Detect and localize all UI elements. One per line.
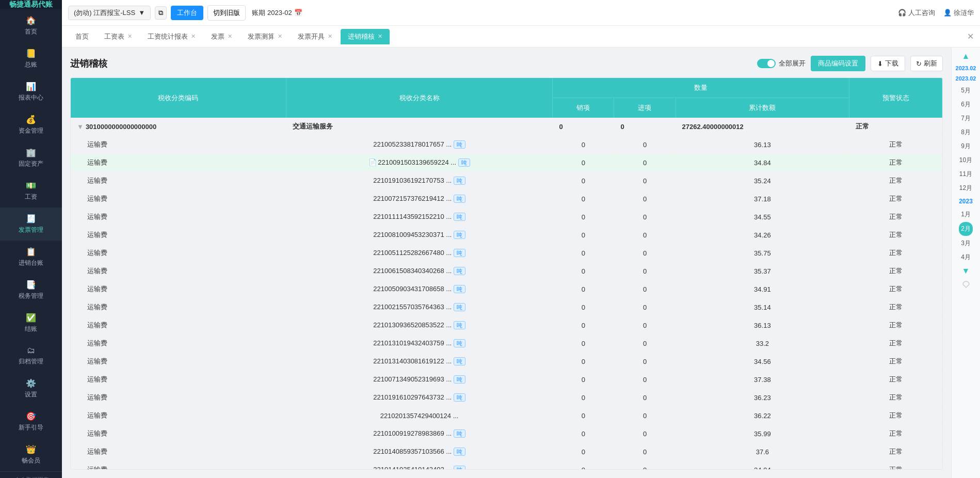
table-row[interactable]: 运输费 2210140859357103566 ... 吨 0 0 37.6 正… xyxy=(71,443,942,461)
month-april[interactable]: 4月 xyxy=(952,250,980,264)
table-row[interactable]: 运输费 2210201357429400124 ... 0 0 36.22 正常 xyxy=(71,407,942,425)
tax-code-cell: 📄2210091503139659224 ... 吨 xyxy=(286,154,553,172)
page-title: 进销稽核 xyxy=(70,57,107,70)
favorite-icon[interactable] xyxy=(961,280,971,290)
member-icon: 👑 xyxy=(26,444,36,454)
sidebar-item-member[interactable]: 👑 畅会员 xyxy=(0,438,62,471)
tax-code-cell: 2210021557035764363 ... 吨 xyxy=(286,298,553,316)
month-february-current[interactable]: 2月 xyxy=(959,222,973,236)
scroll-down-arrow[interactable]: ▼ xyxy=(960,264,972,278)
table-row[interactable]: 运输费 2210061508340340268 ... 吨 0 0 35.37 … xyxy=(71,262,942,280)
table-row[interactable]: 运输费 📄2210091503139659224 ... 吨 0 0 34.84… xyxy=(71,154,942,172)
month-january[interactable]: 1月 xyxy=(952,208,980,221)
year-label-2023-02-2: 2023.02 xyxy=(956,73,976,84)
sidebar-item-fixed-assets[interactable]: 🏢 固定资产 xyxy=(0,141,62,174)
sidebar-item-home[interactable]: 🏠 首页 xyxy=(0,9,62,42)
month-december[interactable]: 12月 xyxy=(952,181,980,195)
table-row[interactable]: 运输费 2210130936520853522 ... 吨 0 0 36.13 … xyxy=(71,316,942,334)
user-menu[interactable]: 👤 徐涟华 xyxy=(943,8,974,18)
scroll-up-arrow[interactable]: ▲ xyxy=(960,50,972,63)
month-july[interactable]: 7月 xyxy=(952,111,980,125)
download-button[interactable]: ⬇ 下载 xyxy=(871,56,905,71)
month-october[interactable]: 10月 xyxy=(952,153,980,167)
switch-old-button[interactable]: 切到旧版 xyxy=(207,5,246,21)
month-november[interactable]: 11月 xyxy=(952,167,980,181)
table-row[interactable]: 运输费 2210021557035764363 ... 吨 0 0 35.14 … xyxy=(71,298,942,316)
tab-invoice-calc[interactable]: 发票测算 ✕ xyxy=(240,29,290,44)
table-row[interactable]: 运输费 2210050903431708658 ... 吨 0 0 34.91 … xyxy=(71,280,942,298)
sidebar: 畅捷通易代账 🏠 首页 📒 总账 📊 报表中心 💰 资金管理 🏢 固定资产 💵 … xyxy=(0,0,62,478)
close-all-tabs-button[interactable]: ✕ xyxy=(967,31,974,41)
table-row[interactable]: 运输费 2210131403081619122 ... 吨 0 0 34.56 … xyxy=(71,353,942,371)
tab-invoice[interactable]: 发票 ✕ xyxy=(204,29,239,44)
tab-salary-stats[interactable]: 工资统计报表 ✕ xyxy=(140,29,203,44)
tax-code-cell: 2210050903431708658 ... 吨 xyxy=(286,280,553,298)
table-row[interactable]: 运输费 2210072157376219412 ... 吨 0 0 37.18 … xyxy=(71,190,942,208)
unit-tag: 吨 xyxy=(454,375,465,384)
toggle-switch[interactable] xyxy=(757,59,776,68)
sidebar-item-ledger[interactable]: 📒 总账 xyxy=(0,42,62,75)
tab-salary-table[interactable]: 工资表 ✕ xyxy=(97,29,139,44)
tab-close-icon[interactable]: ✕ xyxy=(228,33,232,40)
purchase-qty-cell: 0 xyxy=(614,262,676,280)
table-body: ▼3010000000000000000 交通运输服务 0 0 27262.40… xyxy=(71,118,942,470)
table-row[interactable]: 运输费 2210111143592152210 ... 吨 0 0 34.55 … xyxy=(71,208,942,226)
calendar-icon[interactable]: 📅 xyxy=(294,9,302,17)
service-button[interactable]: 🎧 人工咨询 xyxy=(898,8,935,18)
tab-invoice-issue[interactable]: 发票开具 ✕ xyxy=(291,29,340,44)
table-row[interactable]: 运输费 2210071349052319693 ... 吨 0 0 37.38 … xyxy=(71,371,942,389)
refresh-button[interactable]: ↻ 刷新 xyxy=(910,56,943,71)
table-row[interactable]: ▼3010000000000000000 交通运输服务 0 0 27262.40… xyxy=(71,118,942,136)
sale-qty-cell: 0 xyxy=(553,461,614,470)
sidebar-item-salary[interactable]: 💵 工资 xyxy=(0,174,62,208)
tab-close-icon[interactable]: ✕ xyxy=(378,33,382,40)
sidebar-item-settings[interactable]: ⚙️ 设置 xyxy=(0,372,62,405)
sidebar-item-purchase-ledger[interactable]: 📋 进销台账 xyxy=(0,241,62,274)
table-row[interactable]: 运输费 2210141925410143402 ... 吨 0 0 34.94 … xyxy=(71,461,942,470)
table-row[interactable]: 运输费 2210051125282667480 ... 吨 0 0 35.75 … xyxy=(71,244,942,262)
file-icon: 📄 xyxy=(368,158,377,166)
sidebar-item-tax[interactable]: 📑 税务管理 xyxy=(0,274,62,307)
cumulative-cell: 34.94 xyxy=(676,461,849,470)
tax-name-cell: 运输费 xyxy=(71,371,286,389)
tab-close-icon[interactable]: ✕ xyxy=(328,33,332,40)
tax-name-cell: 交通运输服务 xyxy=(286,118,553,136)
month-june[interactable]: 6月 xyxy=(952,98,980,111)
sidebar-item-close-account[interactable]: ✅ 结账 xyxy=(0,307,62,340)
sidebar-item-reports[interactable]: 📊 报表中心 xyxy=(0,75,62,108)
expand-all-toggle[interactable]: 全部展开 xyxy=(757,59,806,68)
workspace-button[interactable]: 工作台 xyxy=(171,6,203,20)
sidebar-item-funds[interactable]: 💰 资金管理 xyxy=(0,108,62,141)
month-august[interactable]: 8月 xyxy=(952,125,980,139)
status-cell: 正常 xyxy=(849,443,942,461)
month-september[interactable]: 9月 xyxy=(952,139,980,153)
cumulative-cell: 35.24 xyxy=(676,172,849,190)
status-cell: 正常 xyxy=(849,389,942,407)
month-march[interactable]: 3月 xyxy=(952,236,980,250)
status-cell: 正常 xyxy=(849,190,942,208)
tab-close-icon[interactable]: ✕ xyxy=(127,33,132,40)
month-may[interactable]: 5月 xyxy=(952,84,980,98)
table-row[interactable]: 运输费 2210100919278983869 ... 吨 0 0 35.99 … xyxy=(71,425,942,443)
table-row[interactable]: 运输费 2210052338178017657 ... 吨 0 0 36.13 … xyxy=(71,136,942,154)
table-row[interactable]: 运输费 2210191036192170753 ... 吨 0 0 35.24 … xyxy=(71,172,942,190)
tab-home[interactable]: 首页 xyxy=(68,29,96,44)
company-selector[interactable]: (勿动) 江西报宝-LSS ▼ xyxy=(68,6,151,20)
unpin-button[interactable]: ◀◀ 取消固定 xyxy=(0,471,62,478)
copy-button[interactable]: ⧉ xyxy=(155,6,167,20)
tab-purchase-check[interactable]: 进销稽核 ✕ xyxy=(341,29,390,44)
right-calendar-panel: ▲ 2023.02 2023.02 5月 6月 7月 8月 9月 10月 11月… xyxy=(951,47,980,478)
tab-close-icon[interactable]: ✕ xyxy=(278,33,282,40)
sidebar-item-guide[interactable]: 🎯 新手引导 xyxy=(0,405,62,438)
table-row[interactable]: 运输费 2210191610297643732 ... 吨 0 0 36.23 … xyxy=(71,389,942,407)
sidebar-item-archive[interactable]: 🗂 归档管理 xyxy=(0,340,62,372)
tax-name-cell: 运输费 xyxy=(71,425,286,443)
sidebar-item-label: 资金管理 xyxy=(19,126,43,135)
sidebar-item-invoice[interactable]: 🧾 发票管理 xyxy=(0,208,62,241)
tab-close-icon[interactable]: ✕ xyxy=(191,33,196,40)
sale-qty-cell: 0 xyxy=(553,226,614,244)
table-row[interactable]: 运输费 2210081009453230371 ... 吨 0 0 34.26 … xyxy=(71,226,942,244)
product-setting-button[interactable]: 商品编码设置 xyxy=(811,56,865,71)
table-row[interactable]: 运输费 2210131019432403759 ... 吨 0 0 33.2 正… xyxy=(71,334,942,353)
cumulative-cell: 36.22 xyxy=(676,407,849,425)
